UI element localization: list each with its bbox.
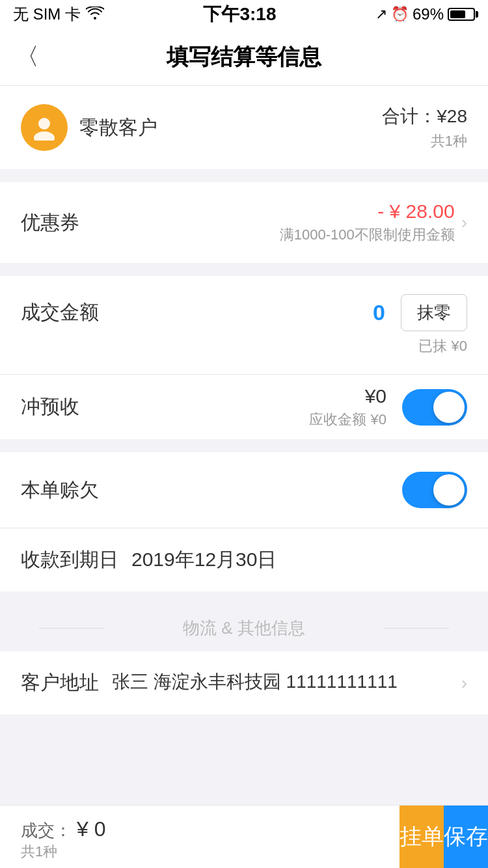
carrier-text: 无 SIM 卡 (13, 4, 81, 25)
prereceipt-label: 冲预收 (21, 394, 79, 420)
status-bar: 无 SIM 卡 下午3:18 ↗ ⏰ 69% (0, 0, 488, 29)
prereceipt-row: 冲预收 ¥0 应收金额 ¥0 (0, 374, 488, 439)
status-time: 下午3:18 (203, 2, 276, 27)
location-icon: ↗ (375, 6, 387, 23)
alarm-icon: ⏰ (391, 6, 409, 23)
address-chevron-icon: › (461, 673, 467, 694)
customer-right: 合计：¥28 共1种 (382, 104, 467, 151)
content-area: 零散客户 合计：¥28 共1种 优惠券 - ¥ 28.00 满1000-100不… (0, 86, 488, 845)
svg-point-0 (38, 118, 50, 129)
coupon-label: 优惠券 (21, 210, 79, 236)
section-divider-3 (0, 439, 488, 452)
prereceipt-amount: ¥0 (365, 385, 386, 407)
bottom-inner: 成交： ¥ 0 共1种 挂单 保存 (0, 806, 488, 868)
section-divider-4 (0, 591, 488, 604)
hang-button[interactable]: 挂单 (400, 806, 444, 868)
debt-toggle[interactable] (402, 472, 467, 508)
address-value: 张三 海淀永丰科技园 11111111111 (112, 670, 398, 694)
customer-name: 零散客户 (79, 115, 157, 141)
page-title: 填写结算等信息 (167, 42, 321, 72)
avatar (21, 104, 68, 151)
battery-percentage: 69% (413, 5, 444, 23)
debt-card: 本单赊欠 收款到期日 2019年12月30日 (0, 452, 488, 591)
duedate-row[interactable]: 收款到期日 2019年12月30日 (0, 528, 488, 591)
address-left: 客户地址 张三 海淀永丰科技园 11111111111 (21, 670, 398, 696)
section-divider-1 (0, 169, 488, 182)
svg-point-1 (34, 131, 55, 141)
bottom-bar: 成交： ¥ 0 共1种 挂单 保存 (0, 805, 488, 868)
coupon-desc: 满1000-100不限制使用金额 (280, 225, 455, 245)
address-card: 客户地址 张三 海淀永丰科技园 11111111111 › (0, 651, 488, 714)
coupon-row[interactable]: 优惠券 - ¥ 28.00 满1000-100不限制使用金额 › (0, 182, 488, 263)
round-button[interactable]: 抹零 (401, 294, 467, 331)
coupon-chevron-icon: › (461, 212, 467, 233)
section-divider-2 (0, 263, 488, 276)
customer-card: 零散客户 合计：¥28 共1种 (0, 86, 488, 169)
bottom-summary: 成交： ¥ 0 共1种 (0, 807, 126, 867)
transaction-label: 成交金额 (21, 299, 99, 326)
status-right: ↗ ⏰ 69% (375, 5, 475, 23)
logistics-line-left (39, 628, 104, 629)
total-count: 共1种 (382, 131, 467, 151)
back-button[interactable]: 〈 (16, 41, 39, 73)
customer-row: 零散客户 合计：¥28 共1种 (0, 86, 488, 169)
debt-toggle-knob (433, 474, 465, 506)
customer-left: 零散客户 (21, 104, 157, 151)
debt-row: 本单赊欠 (0, 452, 488, 528)
prereceipt-sub: 应收金额 ¥0 (309, 410, 386, 429)
coupon-amount: - ¥ 28.00 (280, 200, 455, 223)
duedate-label: 收款到期日 (21, 547, 118, 573)
nav-bar: 〈 填写结算等信息 (0, 29, 488, 86)
duedate-value: 2019年12月30日 (131, 547, 277, 573)
save-button[interactable]: 保存 (444, 806, 488, 868)
logistics-label: 物流 & 其他信息 (183, 617, 305, 640)
total-amount: 合计：¥28 (382, 104, 467, 129)
battery-icon (448, 8, 475, 21)
transaction-card: 成交金额 0 抹零 已抹 ¥0 冲预收 ¥0 应收金额 ¥0 (0, 276, 488, 439)
address-label: 客户地址 (21, 670, 99, 696)
bottom-summary-amount: ¥ 0 (77, 817, 105, 841)
bottom-summary-label: 成交： (21, 819, 72, 842)
logistics-header: 物流 & 其他信息 (0, 604, 488, 651)
status-left: 无 SIM 卡 (13, 4, 104, 25)
address-row[interactable]: 客户地址 张三 海淀永丰科技园 11111111111 › (0, 651, 488, 714)
bottom-buttons: 挂单 保存 (400, 806, 488, 868)
wifi-icon (86, 5, 104, 23)
debt-label: 本单赊欠 (21, 477, 99, 504)
coupon-card: 优惠券 - ¥ 28.00 满1000-100不限制使用金额 › (0, 182, 488, 263)
prereceipt-right: ¥0 应收金额 ¥0 (309, 385, 386, 429)
amount-section: 成交金额 0 抹零 已抹 ¥0 (0, 276, 488, 374)
transaction-sub: 已抹 ¥0 (21, 336, 467, 361)
bottom-summary-count: 共1种 (21, 842, 105, 861)
logistics-line-right (384, 628, 449, 629)
amount-row: 成交金额 0 抹零 (21, 276, 467, 336)
prereceipt-toggle[interactable] (402, 389, 467, 426)
toggle-knob (433, 392, 465, 423)
transaction-value[interactable]: 0 (373, 300, 385, 325)
